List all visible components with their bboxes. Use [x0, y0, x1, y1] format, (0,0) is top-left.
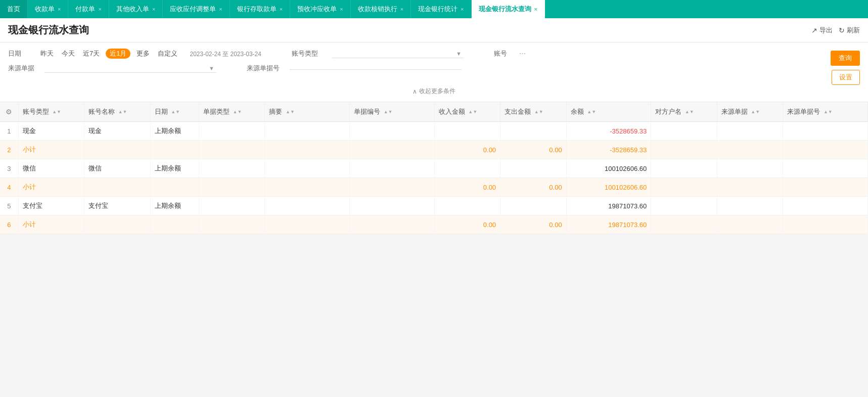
sort-account-type[interactable]: ▲▼	[52, 110, 61, 114]
date-custom-btn[interactable]: 自定义	[156, 49, 179, 59]
nav-tab-3-close[interactable]: ×	[152, 6, 155, 12]
row-num: 3	[0, 159, 18, 178]
query-button[interactable]: 查询	[831, 51, 860, 66]
col-summary[interactable]: 摘要 ▲▼	[265, 102, 350, 122]
cell-expense	[500, 159, 567, 178]
sort-summary[interactable]: ▲▼	[286, 110, 295, 114]
table-row[interactable]: 1 现金 现金 上期余额 -3528659.33	[0, 122, 868, 141]
sort-date[interactable]: ▲▼	[171, 110, 180, 114]
sort-source-doc-no[interactable]: ▲▼	[824, 110, 833, 114]
nav-tab-7[interactable]: 收款核销执行 ×	[351, 0, 411, 18]
cell-doc-no	[350, 159, 435, 178]
account-type-select[interactable]: ▼	[332, 50, 464, 58]
col-account-name-label: 账号名称	[88, 108, 115, 115]
sort-counterpart[interactable]: ▲▼	[685, 110, 694, 114]
nav-tab-8[interactable]: 现金银行统计 ×	[411, 0, 471, 18]
nav-tab-7-close[interactable]: ×	[400, 6, 403, 12]
cell-expense: 0.00	[500, 178, 567, 197]
source-doc-no-filter-label: 来源单据号	[247, 64, 280, 73]
refresh-button[interactable]: ↻ 刷新	[839, 26, 860, 35]
nav-tab-4-close[interactable]: ×	[219, 6, 222, 12]
collapse-bar[interactable]: ∧ 收起更多条件	[8, 85, 860, 100]
col-counterpart[interactable]: 对方户名 ▲▼	[651, 102, 717, 122]
cell-source-doc-no	[783, 178, 868, 197]
nav-tab-9-close[interactable]: ×	[534, 6, 537, 12]
date-today-btn[interactable]: 今天	[60, 49, 77, 59]
date-more-btn[interactable]: 更多	[134, 49, 152, 59]
table-row[interactable]: 5 支付宝 支付宝 上期余额 19871073.60	[0, 197, 868, 215]
nav-tab-1[interactable]: 收款单 ×	[28, 0, 68, 18]
export-button[interactable]: ↗ 导出	[811, 26, 833, 35]
sort-account-name[interactable]: ▲▼	[118, 110, 127, 114]
sort-expense[interactable]: ▲▼	[534, 110, 543, 114]
nav-tab-2[interactable]: 付款单 ×	[68, 0, 109, 18]
sort-doc-no[interactable]: ▲▼	[384, 110, 393, 114]
nav-tab-5[interactable]: 银行存取款单 ×	[230, 0, 290, 18]
cell-doc-type	[199, 141, 265, 159]
col-expense-label: 支出金额	[505, 108, 531, 115]
col-source-doc-no[interactable]: 来源单据号 ▲▼	[783, 102, 868, 122]
nav-tab-4-label: 应收应付调整单	[170, 5, 216, 14]
nav-tab-8-close[interactable]: ×	[461, 6, 464, 12]
nav-tab-3[interactable]: 其他收入单 ×	[109, 0, 163, 18]
nav-tab-2-label: 付款单	[75, 5, 95, 14]
gear-icon[interactable]: ⚙	[6, 108, 12, 116]
date-7days-btn[interactable]: 近7天	[81, 49, 102, 59]
col-balance[interactable]: 余额 ▲▼	[566, 102, 651, 122]
table-row[interactable]: 2 小计 0.00 0.00 -3528659.33	[0, 141, 868, 159]
cell-account-type: 小计	[18, 141, 84, 159]
col-account-type-label: 账号类型	[23, 108, 49, 115]
col-account-type[interactable]: 账号类型 ▲▼	[18, 102, 84, 122]
col-income[interactable]: 收入金额 ▲▼	[434, 102, 500, 122]
page-header: 现金银行流水查询 ↗ 导出 ↻ 刷新	[0, 18, 868, 42]
col-doc-type[interactable]: 单据类型 ▲▼	[199, 102, 265, 122]
nav-tab-9[interactable]: 现金银行流水查询 ×	[472, 0, 545, 18]
col-gear[interactable]: ⚙	[0, 102, 18, 122]
source-doc-no-input[interactable]	[290, 67, 462, 70]
cell-source-doc-no	[783, 122, 868, 141]
sort-balance[interactable]: ▲▼	[587, 110, 596, 114]
row-num: 2	[0, 141, 18, 159]
cell-doc-no	[350, 178, 435, 197]
cell-account-type: 微信	[18, 159, 84, 178]
col-source-doc-no-label: 来源单据号	[787, 108, 820, 115]
nav-tab-2-close[interactable]: ×	[98, 6, 101, 12]
col-doc-no[interactable]: 单据编号 ▲▼	[350, 102, 435, 122]
nav-tab-6-close[interactable]: ×	[340, 6, 343, 12]
cell-source-doc	[717, 122, 783, 141]
nav-tab-1-close[interactable]: ×	[58, 6, 61, 12]
col-date[interactable]: 日期 ▲▼	[150, 102, 199, 122]
col-source-doc[interactable]: 来源单据 ▲▼	[717, 102, 783, 122]
table-row[interactable]: 4 小计 0.00 0.00 100102606.60	[0, 178, 868, 197]
nav-home[interactable]: 首页	[0, 0, 28, 18]
nav-tab-6[interactable]: 预收冲应收单 ×	[290, 0, 350, 18]
cell-source-doc-no	[783, 215, 868, 234]
sort-doc-type[interactable]: ▲▼	[233, 110, 242, 114]
sort-source-doc[interactable]: ▲▼	[751, 110, 760, 114]
settings-button[interactable]: 设置	[832, 70, 860, 85]
table-container: ⚙ 账号类型 ▲▼ 账号名称 ▲▼ 日期 ▲▼ 单据类型 ▲▼	[0, 102, 868, 234]
cell-summary	[265, 122, 350, 141]
cell-doc-type	[199, 159, 265, 178]
table-row[interactable]: 3 微信 微信 上期余额 100102606.60	[0, 159, 868, 178]
table-row[interactable]: 6 小计 0.00 0.00 19871073.60	[0, 215, 868, 234]
cell-source-doc-no	[783, 197, 868, 215]
col-account-name[interactable]: 账号名称 ▲▼	[84, 102, 151, 122]
date-1month-btn[interactable]: 近1月	[106, 49, 130, 59]
col-expense[interactable]: 支出金额 ▲▼	[500, 102, 567, 122]
cell-counterpart	[651, 159, 717, 178]
source-doc-select[interactable]: ▼	[44, 64, 216, 73]
cell-account-type: 小计	[18, 178, 84, 197]
date-yesterday-btn[interactable]: 昨天	[38, 49, 56, 59]
nav-tab-5-close[interactable]: ×	[280, 6, 283, 12]
cell-balance: 100102606.60	[566, 178, 651, 197]
cell-date	[150, 178, 199, 197]
cell-date	[150, 215, 199, 234]
cell-account-name	[84, 215, 151, 234]
nav-tab-4[interactable]: 应收应付调整单 ×	[163, 0, 230, 18]
collapse-label: 收起更多条件	[419, 87, 455, 96]
cell-doc-no	[350, 122, 435, 141]
account-more-icon[interactable]: ···	[519, 49, 526, 58]
date-filter-label: 日期	[8, 49, 28, 58]
sort-income[interactable]: ▲▼	[468, 110, 477, 114]
